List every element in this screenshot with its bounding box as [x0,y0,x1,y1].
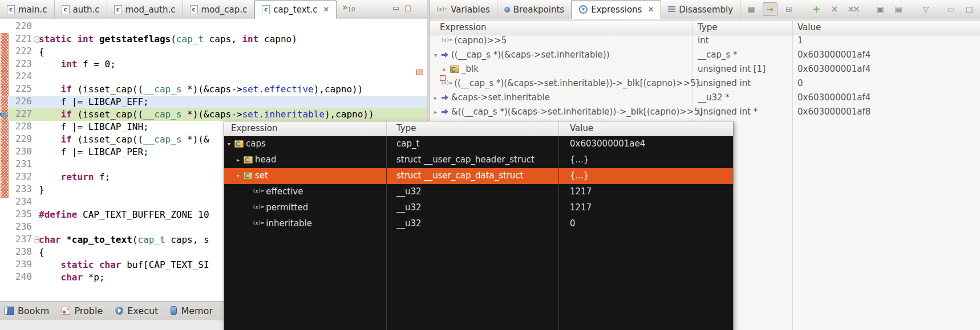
line-number[interactable]: 233 [8,184,32,194]
line-number[interactable]: 234 [8,196,32,207]
line-number[interactable]: 239 [8,259,32,270]
minimized-view-execut[interactable]: Execut [115,305,158,316]
editor-tab-mod_cap-c[interactable]: cmod_cap.c [183,0,255,19]
line-number[interactable]: 225 [8,83,32,94]
collapse-all-icon[interactable]: ⊟ [782,3,796,15]
show-type-names-icon[interactable]: ▦ [744,3,758,15]
expander-right-icon[interactable]: ▸ [237,157,241,163]
expression-text: ((__cap_s *)(&caps->set.inheritable)) [451,50,610,60]
line-number[interactable]: 229 [8,133,32,144]
view-tab-breakpoints[interactable]: Breakpoints [497,0,572,19]
popup-row[interactable]: ▾capscap_t0x603000001ae4 [224,136,733,152]
expression-text: effective [266,186,303,197]
value-cell: 1 [797,35,803,46]
code-text: static char buf[CAP_TEXT_SI [39,259,209,270]
line-number[interactable]: 235 [8,209,32,219]
editor-tab-bar: cmain.ccauth.ccmod_auth.ccmod_cap.cccap_… [0,0,427,19]
column-divider[interactable] [558,121,559,136]
overview-ruler-annotation[interactable] [416,70,423,75]
expander-down-icon[interactable]: ▾ [434,52,439,58]
code-line-226[interactable]: 226 f |= LIBCAP_EFF; [0,96,427,108]
column-header-value[interactable]: Value [797,22,821,32]
remove-selected-expressions-icon[interactable]: × [828,3,841,15]
view-tab-disassembly[interactable]: Disassembly [661,0,740,19]
watch-expression-icon: (x)= [253,204,264,211]
line-number[interactable]: 226 [8,96,32,107]
minimized-view-bookm[interactable]: Bookm [5,305,49,316]
line-number[interactable]: 231 [8,158,32,169]
expander-right-icon[interactable]: ▸ [434,109,439,115]
line-number[interactable]: 228 [8,121,32,132]
code-line-223[interactable]: 223 int f = 0; [0,58,427,71]
line-number[interactable]: 227 [8,108,32,119]
popup-row[interactable]: (x)=permitted__u321217 [224,200,733,216]
code-line-221[interactable]: 221−static int getstateflags(cap_t caps,… [0,33,427,46]
editor-tab-mod_auth-c[interactable]: cmod_auth.c [107,0,183,19]
expression-text: caps [246,138,266,149]
type-cell: __u32 [396,202,422,213]
popup-row-selected[interactable]: ▾setstruct __user_cap_data_struct{...} [224,168,733,184]
line-number[interactable]: 240 [8,271,32,282]
remove-all-expressions-icon[interactable]: ×× [846,3,860,15]
maximize-icon[interactable]: □ [404,4,411,11]
tab-label: Expressions [591,5,642,15]
view-tab-expressions[interactable]: xExpressions✕ [572,0,661,19]
close-icon[interactable]: ✕ [323,5,329,14]
line-number[interactable]: 223 [8,58,32,69]
line-number[interactable]: 220 [8,21,32,31]
line-number[interactable]: 238 [8,246,32,257]
expression-text: &caps->set.inheritable [451,92,550,103]
expressions-toolbar: ▦→⊟+×××▣▤▽▭□ [744,2,976,16]
edit-expression-icon[interactable]: ▤ [892,3,905,15]
code-line-220[interactable]: 220 [0,21,427,33]
line-number[interactable]: 221 [8,33,32,44]
popup-column-header-value[interactable]: Value [570,123,593,133]
detach-view-icon[interactable]: ▣ [873,3,887,15]
expression-row[interactable]: ▸&caps->set.inheritable__u32 *0x60300000… [430,91,980,105]
add-watch-expression-icon[interactable]: + [809,3,823,15]
line-number[interactable]: 230 [8,146,32,157]
column-header-expression[interactable]: Expression [440,22,486,32]
popup-column-header-expression[interactable]: Expression [231,123,277,133]
popup-column-header-type[interactable]: Type [396,123,416,133]
column-divider[interactable] [386,121,387,136]
popup-row[interactable]: ▸headstruct __user_cap_header_struct{...… [224,152,733,168]
code-line-227[interactable]: 227 if (isset_cap((__cap_s *)(&caps->set… [0,108,427,121]
editor-tab-auth-c[interactable]: cauth.c [55,0,107,19]
expression-row[interactable]: ▾((__cap_s *)(&caps->set.inheritable))__… [430,48,980,63]
expression-row[interactable]: ▸&((__cap_s *)(&caps->set.inheritable))-… [430,105,980,120]
link-with-debug-view-icon[interactable]: → [763,2,777,16]
minimize-icon[interactable]: ▭ [392,4,399,11]
value-cell: 0x603000001af8 [797,107,870,117]
minimized-view-proble[interactable]: Proble [62,305,103,316]
expression-row[interactable]: (x)=((__cap_s *)(&caps->set.inheritable)… [430,77,980,91]
column-header-type[interactable]: Type [698,22,717,32]
c-file-icon: c [114,5,122,14]
popup-row[interactable]: (x)=inheritable__u320 [224,216,733,232]
line-number[interactable]: 224 [8,71,32,82]
code-line-222[interactable]: 222{ [0,46,427,58]
editor-tab-cap_text-c[interactable]: ccap_text.c✕ [254,0,337,19]
view-menu-icon[interactable]: ▽ [919,3,933,15]
line-number[interactable]: 236 [8,221,32,232]
expander-down-icon[interactable]: ▾ [228,141,232,147]
minimized-view-memor[interactable]: Memor [171,305,213,316]
expander-right-icon[interactable]: ▸ [443,66,448,72]
expander-down-icon[interactable]: ▾ [237,173,241,179]
code-line-224[interactable]: 224 [0,71,427,83]
line-number[interactable]: 222 [8,46,32,56]
line-number[interactable]: 232 [8,171,32,182]
view-tab-variables[interactable]: (x)=Variables [430,0,497,19]
expression-row[interactable]: ▸_blkunsigned int [1]0x603000001af4 [430,63,980,77]
expression-row[interactable]: (x)=(capno)>>5int1 [430,34,980,48]
popup-row[interactable]: (x)=effective__u321217 [224,184,733,200]
tab-overflow-chevron[interactable]: » 10 [337,0,358,19]
error-marker [440,75,446,81]
expander-right-icon[interactable]: ▸ [434,95,439,101]
minimize-view-icon[interactable]: ▭ [944,3,958,15]
code-line-225[interactable]: 225 if (isset_cap((__cap_s *)(&caps->set… [0,83,427,96]
editor-tab-main-c[interactable]: cmain.c [0,0,55,19]
maximize-view-icon[interactable]: □ [962,3,976,15]
close-icon[interactable]: ✕ [647,5,654,14]
line-number[interactable]: 237 [8,234,32,245]
